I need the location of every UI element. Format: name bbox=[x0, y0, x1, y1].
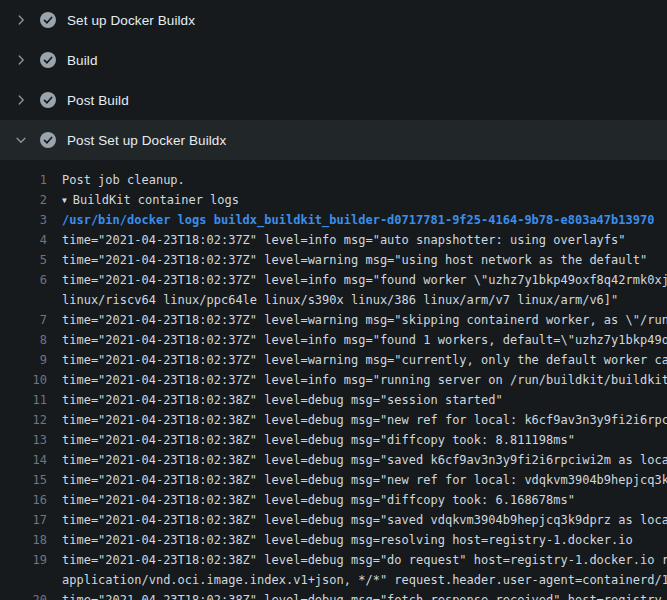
log-line-4: 4time="2021-04-23T18:02:37Z" level=info … bbox=[0, 230, 667, 250]
line-number[interactable]: 1 bbox=[0, 170, 47, 190]
log-line-10: 10time="2021-04-23T18:02:37Z" level=info… bbox=[0, 370, 667, 390]
log-line-7: 7time="2021-04-23T18:02:37Z" level=warni… bbox=[0, 310, 667, 330]
line-number[interactable]: 17 bbox=[0, 510, 47, 530]
line-number[interactable]: 10 bbox=[0, 370, 47, 390]
line-number[interactable]: 11 bbox=[0, 390, 47, 410]
log-line-15: 15time="2021-04-23T18:02:38Z" level=debu… bbox=[0, 470, 667, 490]
line-number[interactable]: 13 bbox=[0, 430, 47, 450]
log-line-1: 1Post job cleanup. bbox=[0, 170, 667, 190]
step-title: Build bbox=[67, 53, 98, 68]
line-number[interactable]: 6 bbox=[0, 270, 47, 290]
log-line-17: 17time="2021-04-23T18:02:38Z" level=debu… bbox=[0, 510, 667, 530]
log-line-16: 16time="2021-04-23T18:02:38Z" level=debu… bbox=[0, 490, 667, 510]
log-text: time="2021-04-23T18:02:38Z" level=debug … bbox=[62, 430, 575, 450]
line-number[interactable]: 3 bbox=[0, 210, 47, 230]
log-line-13: 13time="2021-04-23T18:02:38Z" level=debu… bbox=[0, 430, 667, 450]
step-title: Post Build bbox=[67, 93, 129, 108]
log-line-19: 19time="2021-04-23T18:02:38Z" level=debu… bbox=[0, 550, 667, 570]
line-number[interactable]: 2 bbox=[0, 190, 47, 210]
log-text: time="2021-04-23T18:02:38Z" level=debug … bbox=[62, 510, 667, 530]
line-number[interactable]: 4 bbox=[0, 230, 47, 250]
log-text: time="2021-04-23T18:02:38Z" level=debug … bbox=[62, 550, 667, 570]
log-text: time="2021-04-23T18:02:38Z" level=debug … bbox=[62, 450, 667, 470]
step-header-build[interactable]: Build bbox=[0, 40, 667, 80]
log-line-6: 6time="2021-04-23T18:02:37Z" level=info … bbox=[0, 270, 667, 290]
log-text: Post job cleanup. bbox=[62, 170, 185, 190]
log-text: time="2021-04-23T18:02:37Z" level=info m… bbox=[62, 330, 667, 350]
step-list: Set up Docker BuildxBuildPost BuildPost … bbox=[0, 0, 667, 160]
log-line-11: 11time="2021-04-23T18:02:38Z" level=debu… bbox=[0, 390, 667, 410]
log-text: time="2021-04-23T18:02:38Z" level=debug … bbox=[62, 530, 633, 550]
log-text: application/vnd.oci.image.index.v1+json,… bbox=[62, 570, 667, 590]
log-line-14: 14time="2021-04-23T18:02:38Z" level=debu… bbox=[0, 450, 667, 470]
log-area: 1Post job cleanup.2▼BuildKit container l… bbox=[0, 160, 667, 600]
log-command-text: /usr/bin/docker logs buildx_buildkit_bui… bbox=[62, 210, 654, 230]
line-number[interactable]: 20 bbox=[0, 590, 47, 600]
log-line-5: 5time="2021-04-23T18:02:37Z" level=warni… bbox=[0, 250, 667, 270]
log-line-2: 2▼BuildKit container logs bbox=[0, 190, 667, 210]
line-number[interactable]: 18 bbox=[0, 530, 47, 550]
log-line-wrap: application/vnd.oci.image.index.v1+json,… bbox=[0, 570, 667, 590]
log-text: time="2021-04-23T18:02:38Z" level=debug … bbox=[62, 590, 667, 600]
log-line-9: 9time="2021-04-23T18:02:37Z" level=warni… bbox=[0, 350, 667, 370]
log-text: time="2021-04-23T18:02:38Z" level=debug … bbox=[62, 390, 503, 410]
line-number[interactable]: 14 bbox=[0, 450, 47, 470]
log-line-12: 12time="2021-04-23T18:02:38Z" level=debu… bbox=[0, 410, 667, 430]
log-text: time="2021-04-23T18:02:37Z" level=warnin… bbox=[62, 350, 667, 370]
actions-log-viewer: Set up Docker BuildxBuildPost BuildPost … bbox=[0, 0, 667, 600]
log-text: time="2021-04-23T18:02:37Z" level=info m… bbox=[62, 370, 667, 390]
log-text: time="2021-04-23T18:02:38Z" level=debug … bbox=[62, 470, 667, 490]
success-check-icon bbox=[40, 52, 56, 68]
chevron-right-icon bbox=[14, 53, 28, 67]
step-title: Post Set up Docker Buildx bbox=[67, 133, 226, 148]
log-group-header[interactable]: ▼BuildKit container logs bbox=[62, 190, 239, 210]
line-number bbox=[0, 570, 47, 590]
line-number[interactable]: 7 bbox=[0, 310, 47, 330]
line-number[interactable]: 15 bbox=[0, 470, 47, 490]
log-line-18: 18time="2021-04-23T18:02:38Z" level=debu… bbox=[0, 530, 667, 550]
step-header-post-build[interactable]: Post Build bbox=[0, 80, 667, 120]
step-header-set-up-docker-buildx[interactable]: Set up Docker Buildx bbox=[0, 0, 667, 40]
log-text: time="2021-04-23T18:02:37Z" level=info m… bbox=[62, 230, 626, 250]
line-number[interactable]: 16 bbox=[0, 490, 47, 510]
line-number[interactable]: 19 bbox=[0, 550, 47, 570]
log-line-3: 3/usr/bin/docker logs buildx_buildkit_bu… bbox=[0, 210, 667, 230]
line-number[interactable]: 9 bbox=[0, 350, 47, 370]
log-text: time="2021-04-23T18:02:38Z" level=debug … bbox=[62, 410, 667, 430]
log-line-8: 8time="2021-04-23T18:02:37Z" level=info … bbox=[0, 330, 667, 350]
log-text: time="2021-04-23T18:02:37Z" level=warnin… bbox=[62, 310, 667, 330]
log-text: linux/riscv64 linux/ppc64le linux/s390x … bbox=[62, 290, 618, 310]
step-title: Set up Docker Buildx bbox=[67, 13, 195, 28]
line-number[interactable]: 12 bbox=[0, 410, 47, 430]
success-check-icon bbox=[40, 92, 56, 108]
log-line-20: 20time="2021-04-23T18:02:38Z" level=debu… bbox=[0, 590, 667, 600]
step-header-post-set-up-docker-buildx[interactable]: Post Set up Docker Buildx bbox=[0, 120, 667, 160]
success-check-icon bbox=[40, 132, 56, 148]
chevron-right-icon bbox=[14, 13, 28, 27]
chevron-right-icon bbox=[14, 93, 28, 107]
line-number[interactable]: 5 bbox=[0, 250, 47, 270]
success-check-icon bbox=[40, 12, 56, 28]
group-caret-down-icon: ▼ bbox=[62, 191, 67, 211]
log-text: time="2021-04-23T18:02:37Z" level=info m… bbox=[62, 270, 667, 290]
log-line-wrap: linux/riscv64 linux/ppc64le linux/s390x … bbox=[0, 290, 667, 310]
log-text: time="2021-04-23T18:02:38Z" level=debug … bbox=[62, 490, 575, 510]
line-number[interactable]: 8 bbox=[0, 330, 47, 350]
log-text: time="2021-04-23T18:02:37Z" level=warnin… bbox=[62, 250, 647, 270]
line-number bbox=[0, 290, 47, 310]
chevron-down-icon bbox=[14, 133, 28, 147]
